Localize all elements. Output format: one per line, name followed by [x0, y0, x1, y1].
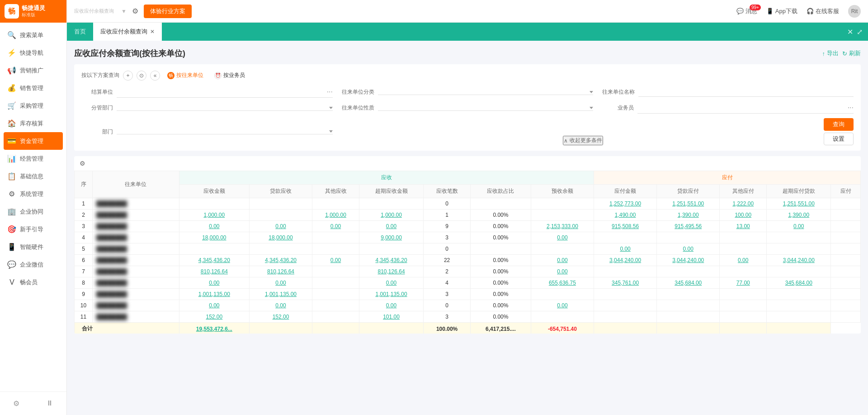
scheme-salesman-option[interactable]: ⏰ 按业务员	[211, 70, 249, 81]
wechat-icon: 💬	[7, 260, 16, 269]
partner-cell: ████████	[93, 289, 179, 300]
table-row: 4████████18,000.0018,000.009,000.0030.00…	[75, 232, 861, 243]
user-avatar: Rit	[848, 5, 861, 18]
sidebar-settings-btn[interactable]: ⚙	[9, 397, 23, 410]
sidebar-item-sales[interactable]: 💰 销售管理	[0, 79, 66, 97]
dept-manager-input[interactable]	[117, 105, 333, 111]
refresh-label: 刷新	[849, 49, 861, 57]
partner-cell: ████████	[93, 311, 179, 323]
dept-manager-label: 分管部门	[81, 104, 113, 112]
sidebar-item-enterprise[interactable]: 🏢 企业协同	[0, 203, 66, 220]
salesman-dots-icon[interactable]: ···	[848, 104, 854, 112]
th-partner: 往来单位	[93, 171, 179, 198]
settlement-dots-icon[interactable]: ···	[327, 88, 333, 96]
table-row: 6████████4,345,436.204,345,436.200.004,3…	[75, 255, 861, 266]
query-button[interactable]: 查询	[824, 118, 854, 131]
table-wrap[interactable]: 序 往来单位 应收 应付 应收金额 贷款应收 其他应收 超期应收金额 应收笔数 …	[74, 171, 861, 334]
sidebar-item-basic[interactable]: 📋 基础信息	[0, 167, 66, 185]
collapse-button[interactable]: ∧ 收起更多条件	[563, 136, 603, 145]
scheme-unit-label: 按往来单位	[176, 72, 203, 79]
page-actions: ↑ 导出 ↻ 刷新	[822, 49, 861, 57]
tab-home-label: 首页	[74, 28, 86, 36]
filter-row-salesman: 业务员 ···	[602, 102, 854, 114]
partner-name-input[interactable]	[638, 87, 854, 97]
table-toolbar: ⚙	[74, 156, 861, 171]
footer-col10	[657, 323, 720, 334]
export-icon: ↑	[822, 50, 826, 57]
main-content: 应收应付余额查询(按往来单位) ↑ 导出 ↻ 刷新 按以下方案查询 + ⊙ «	[67, 41, 868, 415]
sidebar-item-finance[interactable]: 💳 资金管理	[4, 132, 63, 150]
export-button[interactable]: ↑ 导出	[822, 49, 839, 57]
partner-name-field[interactable]	[638, 89, 854, 95]
sidebar-item-wechat[interactable]: 💬 企业微信	[0, 256, 66, 273]
table-row: 2████████1,000.001,000.001,000.0010.00%1…	[75, 210, 861, 221]
dept-input[interactable]	[117, 129, 333, 134]
logo-icon: 畅	[5, 4, 19, 19]
footer-recv-ratio: 100.00%	[424, 323, 471, 334]
promo-button[interactable]: 体验行业方案	[144, 5, 192, 18]
footer-col2	[249, 323, 312, 334]
filter-row-dept-manager: 分管部门	[81, 102, 333, 114]
nature-input[interactable]	[378, 105, 593, 111]
sidebar-item-operation[interactable]: 📊 经营管理	[0, 150, 66, 167]
sidebar-logo: 畅 畅捷通灵 标准版	[0, 0, 66, 23]
service-label: 在线客服	[816, 7, 839, 15]
system-icon: ⚙	[7, 190, 16, 198]
th-payable-group: 应付	[594, 171, 861, 185]
logo-sub: 标准版	[22, 12, 45, 18]
user-btn[interactable]: Rit	[848, 5, 861, 18]
tab-close-icon[interactable]: ✕	[150, 29, 155, 35]
sidebar-item-member[interactable]: Ⅴ 畅会员	[0, 273, 66, 291]
sidebar-item-marketing[interactable]: 📢 营销推广	[0, 62, 66, 79]
sidebar-item-hardware[interactable]: 📱 智能硬件	[0, 238, 66, 256]
settlement-input[interactable]: ···	[117, 86, 333, 98]
tab-bar: 首页 应收应付余额查询 ✕ ✕ ⤢	[67, 23, 868, 41]
salesman-input[interactable]: ···	[637, 102, 854, 114]
breadcrumb-expand[interactable]: ▼	[121, 8, 127, 14]
sidebar-item-quick[interactable]: ⚡ 快捷导航	[0, 44, 66, 62]
messages-btn[interactable]: 💬 消息 99+	[736, 7, 757, 15]
service-icon: 🎧	[807, 8, 814, 14]
th-num: 序	[75, 171, 93, 198]
filter-row-dept: 部门	[81, 118, 333, 145]
sidebar-item-system[interactable]: ⚙ 系统管理	[0, 185, 66, 203]
member-icon: Ⅴ	[7, 278, 16, 286]
export-label: 导出	[827, 49, 839, 57]
th-overdue-recv: 超期应收金额	[359, 185, 423, 198]
sidebar-collapse-btn[interactable]: ⏸	[42, 397, 57, 410]
scheme-back-btn[interactable]: «	[150, 71, 160, 81]
tab-right-actions: ✕ ⤢	[847, 28, 868, 36]
sidebar-item-guide[interactable]: 🎯 新手引导	[0, 220, 66, 238]
th-recv-ratio: 应收款占比	[471, 185, 531, 198]
category-input[interactable]	[378, 90, 593, 95]
app-download-btn[interactable]: 📱 App下载	[766, 7, 797, 15]
online-service-btn[interactable]: 🎧 在线客服	[807, 7, 839, 15]
tab-query[interactable]: 应收应付余额查询 ✕	[93, 23, 162, 41]
filter-rows: 结算单位 ··· 往来单位分类 往来单位名称	[81, 86, 854, 145]
sidebar-label-wechat: 企业微信	[20, 261, 43, 269]
footer-col12	[767, 323, 831, 334]
th-other-recv: 其他应收	[312, 185, 359, 198]
sidebar-item-inventory[interactable]: 🏠 库存核算	[0, 114, 66, 132]
user-name: Rit	[851, 8, 858, 14]
tab-expand-btn[interactable]: ⤢	[857, 28, 863, 36]
header-gear-icon[interactable]: ⚙	[132, 7, 138, 15]
footer-label: 合计	[75, 323, 179, 334]
settlement-label: 结算单位	[81, 88, 113, 96]
tab-home[interactable]: 首页	[67, 23, 93, 41]
scheme-dot-btn[interactable]: ⊙	[137, 71, 146, 81]
table-settings-icon[interactable]: ⚙	[80, 160, 85, 167]
refresh-button[interactable]: ↻ 刷新	[842, 49, 861, 57]
scheme-unit-option[interactable]: 畅 按往来单位	[164, 70, 207, 81]
table-row: 9████████1,001,135.001,001,135.001,001,1…	[75, 289, 861, 300]
footer-prepay: 6,417,215....	[471, 323, 531, 334]
sales-icon: 💰	[7, 84, 16, 92]
sidebar-item-purchase[interactable]: 🛒 采购管理	[0, 97, 66, 114]
filter-row-settlement: 结算单位 ···	[81, 86, 333, 98]
settings-button[interactable]: 设置	[824, 133, 854, 145]
tab-close-btn[interactable]: ✕	[847, 28, 853, 36]
sidebar-item-search[interactable]: 🔍 搜索菜单	[0, 26, 66, 44]
scheme-add-btn[interactable]: +	[123, 71, 133, 81]
messages-badge: 99+	[750, 5, 761, 10]
inventory-icon: 🏠	[7, 119, 16, 128]
